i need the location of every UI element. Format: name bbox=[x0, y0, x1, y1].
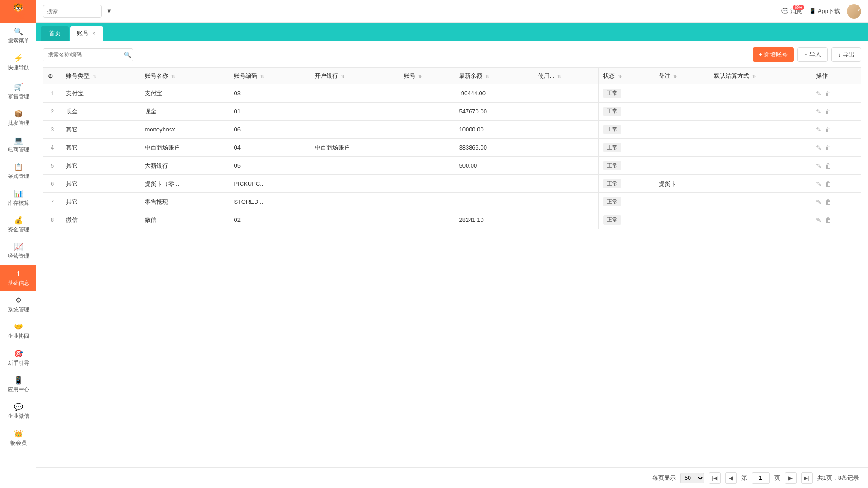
row-status: 正常 bbox=[599, 193, 654, 211]
sort-name-icon: ⇅ bbox=[171, 74, 175, 79]
row-code: 05 bbox=[229, 157, 310, 175]
col-type[interactable]: 账号类型 ⇅ bbox=[61, 68, 140, 84]
search-button[interactable]: 🔍 bbox=[120, 49, 133, 61]
sidebar-item-system[interactable]: ⚙ 系统管理 bbox=[0, 291, 36, 318]
delete-icon[interactable]: 🗑 bbox=[825, 108, 831, 115]
row-type: 其它 bbox=[61, 121, 140, 139]
system-icon: ⚙ bbox=[15, 296, 22, 305]
row-name: 大新银行 bbox=[140, 157, 229, 175]
row-index: 8 bbox=[43, 211, 61, 229]
row-action: ✎ 🗑 bbox=[811, 175, 861, 193]
row-settlement bbox=[709, 103, 811, 121]
edit-icon[interactable]: ✎ bbox=[816, 198, 821, 206]
row-usage bbox=[533, 121, 598, 139]
tab-home[interactable]: 首页 bbox=[41, 26, 69, 41]
col-balance[interactable]: 最新余额 ⇅ bbox=[454, 68, 533, 84]
delete-icon[interactable]: 🗑 bbox=[825, 162, 831, 169]
row-action: ✎ 🗑 bbox=[811, 84, 861, 103]
row-type: 其它 bbox=[61, 139, 140, 157]
col-settlement[interactable]: 默认结算方式 ⇅ bbox=[709, 68, 811, 84]
row-settlement bbox=[709, 157, 811, 175]
row-code: STORED... bbox=[229, 193, 310, 211]
edit-icon[interactable]: ✎ bbox=[816, 144, 821, 151]
header-dropdown[interactable]: ▼ bbox=[106, 8, 112, 14]
sidebar-item-retail[interactable]: 🛒 零售管理 bbox=[0, 78, 36, 105]
sidebar-item-operation[interactable]: 📈 经营管理 bbox=[0, 238, 36, 265]
col-account[interactable]: 账号 ⇅ bbox=[399, 68, 454, 84]
row-name: 支付宝 bbox=[140, 84, 229, 103]
delete-icon[interactable]: 🗑 bbox=[825, 180, 831, 188]
edit-icon[interactable]: ✎ bbox=[816, 216, 821, 224]
page-size-select[interactable]: 50 20 100 bbox=[680, 473, 704, 483]
edit-icon[interactable]: ✎ bbox=[816, 180, 821, 188]
sidebar-item-member[interactable]: 👑 畅会员 bbox=[0, 425, 36, 451]
window-controls: ✕ ⤢ bbox=[835, 0, 868, 18]
col-status[interactable]: 状态 ⇅ bbox=[599, 68, 654, 84]
row-code: 01 bbox=[229, 103, 310, 121]
row-status: 正常 bbox=[599, 103, 654, 121]
delete-icon[interactable]: 🗑 bbox=[825, 144, 831, 151]
sidebar-item-wholesale[interactable]: 📦 批发管理 bbox=[0, 105, 36, 131]
table-row: 7 其它 零售抵现 STORED... 正常 ✎ 🗑 bbox=[43, 193, 861, 211]
edit-icon[interactable]: ✎ bbox=[816, 90, 821, 97]
next-page-button[interactable]: ▶ bbox=[785, 472, 797, 484]
col-code[interactable]: 账号编码 ⇅ bbox=[229, 68, 310, 84]
delete-icon[interactable]: 🗑 bbox=[825, 198, 831, 206]
col-bank[interactable]: 开户银行 ⇅ bbox=[310, 68, 399, 84]
tab-account[interactable]: 账号 × bbox=[70, 26, 103, 41]
search-input[interactable] bbox=[43, 49, 120, 61]
row-usage bbox=[533, 211, 598, 229]
wholesale-icon: 📦 bbox=[14, 109, 23, 118]
col-name[interactable]: 账号名称 ⇅ bbox=[140, 68, 229, 84]
sidebar-item-guide[interactable]: 🎯 新手引导 bbox=[0, 345, 36, 371]
window-maximize-button[interactable]: ⤢ bbox=[852, 0, 868, 18]
sort-bank-icon: ⇅ bbox=[341, 74, 344, 79]
header-search-input[interactable] bbox=[43, 5, 102, 18]
col-note[interactable]: 备注 ⇅ bbox=[654, 68, 709, 84]
page-number-input[interactable] bbox=[752, 472, 770, 484]
sidebar-item-collab[interactable]: 🤝 企业协同 bbox=[0, 318, 36, 345]
edit-icon[interactable]: ✎ bbox=[816, 126, 821, 133]
sidebar-item-finance[interactable]: 💰 资金管理 bbox=[0, 211, 36, 238]
import-button[interactable]: ↑ 导入 bbox=[797, 47, 828, 62]
tab-bar: 首页 账号 × ✕ ⤢ bbox=[36, 23, 868, 41]
edit-icon[interactable]: ✎ bbox=[816, 162, 821, 169]
window-close-button[interactable]: ✕ bbox=[835, 0, 852, 18]
row-name: moneybosx bbox=[140, 121, 229, 139]
last-page-button[interactable]: ▶| bbox=[801, 472, 813, 484]
edit-icon[interactable]: ✎ bbox=[816, 108, 821, 115]
table-row: 8 微信 微信 02 28241.10 正常 ✎ 🗑 bbox=[43, 211, 861, 229]
sidebar-item-ecommerce[interactable]: 💻 电商管理 bbox=[0, 131, 36, 158]
row-name: 中百商场账户 bbox=[140, 139, 229, 157]
sidebar-item-inventory[interactable]: 📊 库存核算 bbox=[0, 185, 36, 211]
row-settlement bbox=[709, 175, 811, 193]
page-suffix: 页 bbox=[774, 474, 780, 482]
tab-account-close[interactable]: × bbox=[91, 30, 96, 37]
row-name: 现金 bbox=[140, 103, 229, 121]
col-usage[interactable]: 使用... ⇅ bbox=[533, 68, 598, 84]
message-button[interactable]: 💬 消息 99+ bbox=[781, 7, 802, 15]
ecommerce-icon: 💻 bbox=[14, 136, 23, 145]
sidebar-item-purchase[interactable]: 📋 采购管理 bbox=[0, 158, 36, 185]
first-page-button[interactable]: |◀ bbox=[709, 472, 721, 484]
sidebar-item-quicknav[interactable]: ⚡ 快捷导航 bbox=[0, 49, 36, 76]
sort-note-icon: ⇅ bbox=[673, 74, 677, 79]
sidebar-item-appstore[interactable]: 📱 应用中心 bbox=[0, 371, 36, 398]
export-button[interactable]: ↓ 导出 bbox=[831, 47, 862, 62]
col-settings[interactable]: ⚙ bbox=[43, 68, 61, 84]
sidebar-item-search[interactable]: 🔍 搜索菜单 bbox=[0, 23, 36, 49]
row-index: 2 bbox=[43, 103, 61, 121]
delete-icon[interactable]: 🗑 bbox=[825, 216, 831, 224]
sidebar-item-enterprise-wechat[interactable]: 💬 企业微信 bbox=[0, 398, 36, 425]
row-account bbox=[399, 139, 454, 157]
row-index: 5 bbox=[43, 157, 61, 175]
search-menu-icon: 🔍 bbox=[14, 27, 23, 36]
delete-icon[interactable]: 🗑 bbox=[825, 90, 831, 97]
sidebar-item-basic-info[interactable]: ℹ 基础信息 bbox=[0, 265, 36, 291]
row-settlement bbox=[709, 139, 811, 157]
delete-icon[interactable]: 🗑 bbox=[825, 126, 831, 133]
add-account-button[interactable]: + 新增账号 bbox=[753, 47, 794, 62]
table-row: 6 其它 提货卡（零... PICKUPC... 正常 提货卡 ✎ 🗑 bbox=[43, 175, 861, 193]
row-index: 4 bbox=[43, 139, 61, 157]
prev-page-button[interactable]: ◀ bbox=[725, 472, 737, 484]
